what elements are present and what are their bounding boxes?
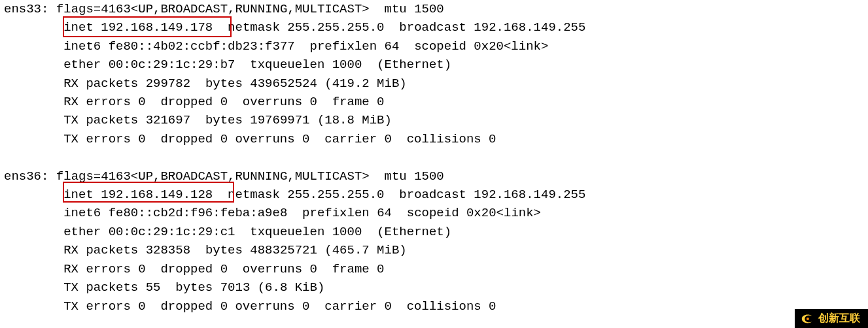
broadcast: broadcast 192.168.149.255 — [399, 188, 585, 202]
rx-packets: RX packets 299782 — [63, 76, 190, 91]
ether-address: ether 00:0c:29:1c:29:b7 — [63, 57, 235, 72]
iface-name: ens36 — [4, 169, 41, 184]
rx-bytes: bytes 488325721 (465.7 MiB) — [205, 243, 407, 257]
netmask: netmask 255.255.255.0 — [228, 188, 384, 202]
tx-errors: TX errors 0 dropped 0 overruns 0 carrier… — [63, 132, 496, 146]
iface-type: (Ethernet) — [377, 57, 451, 72]
tx-bytes: bytes 19769971 (18.8 MiB) — [205, 113, 392, 127]
scopeid: scopeid 0x20<link> — [407, 206, 541, 220]
inet6-label: inet6 — [63, 39, 101, 54]
rx-packets: RX packets 328358 — [63, 243, 190, 257]
rx-errors: RX errors 0 dropped 0 overruns 0 frame 0 — [63, 95, 384, 109]
iface-mtu: mtu 1500 — [385, 169, 444, 184]
watermark-text: 创新互联 — [818, 312, 860, 325]
iface-flags: flags=4163<UP,BROADCAST,RUNNING,MULTICAS… — [56, 169, 370, 184]
iface-type: (Ethernet) — [377, 225, 451, 239]
iface-name: ens33 — [4, 2, 41, 16]
watermark: 创新互联 — [795, 309, 868, 328]
terminal-output: ens33: flags=4163<UP,BROADCAST,RUNNING,M… — [0, 0, 868, 316]
netmask: netmask 255.255.255.0 — [228, 20, 384, 35]
svg-point-0 — [807, 318, 809, 320]
rx-bytes: bytes 439652524 (419.2 MiB) — [205, 76, 407, 91]
ether-address: ether 00:0c:29:1c:29:c1 — [63, 225, 235, 239]
inet-label: inet — [63, 20, 94, 35]
rx-errors: RX errors 0 dropped 0 overruns 0 frame 0 — [63, 262, 384, 276]
inet6-address: fe80::4b02:ccbf:db23:f377 — [109, 39, 295, 54]
iface-mtu: mtu 1500 — [385, 2, 444, 16]
broadcast: broadcast 192.168.149.255 — [399, 20, 585, 35]
prefixlen: prefixlen 64 — [310, 39, 400, 54]
prefixlen: prefixlen 64 — [302, 206, 392, 220]
watermark-icon — [800, 312, 814, 325]
inet6-address: fe80::cb2d:f96:feba:a9e8 — [109, 206, 288, 220]
inet-label: inet — [63, 188, 94, 202]
tx-errors: TX errors 0 dropped 0 overruns 0 carrier… — [63, 299, 496, 314]
iface-flags: flags=4163<UP,BROADCAST,RUNNING,MULTICAS… — [56, 2, 370, 16]
tx-packets: TX packets 55 — [63, 280, 160, 295]
tx-bytes: bytes 7013 (6.8 KiB) — [175, 280, 324, 295]
txqueuelen: txqueuelen 1000 — [250, 57, 362, 72]
scopeid: scopeid 0x20<link> — [414, 39, 548, 54]
inet-address: 192.168.149.178 — [101, 20, 213, 35]
tx-packets: TX packets 321697 — [63, 113, 190, 127]
inet6-label: inet6 — [63, 206, 101, 220]
txqueuelen: txqueuelen 1000 — [250, 225, 362, 239]
inet-address: 192.168.149.128 — [101, 188, 213, 202]
